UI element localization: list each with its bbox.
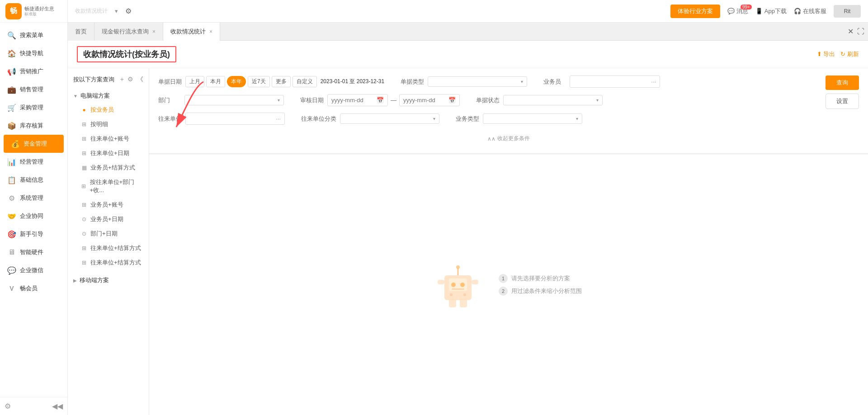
export-btn[interactable]: ⬆ 导出 xyxy=(817,50,835,58)
scheme-item-partner-payment1[interactable]: ⊞ 往来单位+结算方式 xyxy=(68,241,149,255)
empty-tip-1: 1 请先选择要分析的方案 xyxy=(499,274,582,283)
tab-receipt-close[interactable]: × xyxy=(209,28,212,35)
collapse-panel-btn[interactable]: 《 xyxy=(137,75,143,84)
window-maximize-btn[interactable]: ⛶ xyxy=(857,28,864,36)
date-btn-custom[interactable]: 自定义 xyxy=(292,76,317,87)
operations-icon: 📊 xyxy=(7,157,16,166)
sidebar-item-system[interactable]: ⚙ 系统管理 xyxy=(0,189,67,207)
refresh-btn[interactable]: ↻ 刷新 xyxy=(840,50,859,58)
sidebar-item-wechat[interactable]: 💬 企业微信 xyxy=(0,261,67,279)
filter-settings-btn[interactable]: 设置 xyxy=(826,94,859,109)
topbar-dropdown-arrow[interactable]: ▾ xyxy=(115,8,118,14)
inventory-icon: 📦 xyxy=(7,121,16,130)
doctype-dropdown-icon: ▾ xyxy=(521,79,523,84)
scheme-item-partner-dept[interactable]: ⊞ 按往来单位+部门+收... xyxy=(68,175,149,198)
sidebar-item-basic[interactable]: 📋 基础信息 xyxy=(0,171,67,189)
scheme-salesman-date-icon: ⊙ xyxy=(80,216,88,223)
scheme-item-salesman-date[interactable]: ⊙ 业务员+日期 xyxy=(68,212,149,226)
mobile-scheme-group: ▶ 移动端方案 xyxy=(68,272,149,289)
scheme-partner-pay2-icon: ⊞ xyxy=(80,259,88,266)
tab-home[interactable]: 首页 xyxy=(68,23,94,41)
scheme-item-salesman[interactable]: ● 按业务员 xyxy=(68,103,149,117)
panel-header-icons: + ⚙ 《 xyxy=(120,75,143,84)
date-btn-this-year[interactable]: 本年 xyxy=(227,76,246,87)
scheme-item-partner-payment2[interactable]: ⊞ 往来单位+结算方式 xyxy=(68,255,149,270)
collapse-conditions-btn[interactable]: ∧∧ 收起更多条件 xyxy=(158,131,859,146)
tip-2-num: 2 xyxy=(499,287,508,296)
sidebar-item-hardware[interactable]: 🖥 智能硬件 xyxy=(0,243,67,261)
calendar-icon-from[interactable]: 📅 xyxy=(377,97,384,104)
left-panel: 按以下方案查询 + ⚙ 《 ▼ 电脑端方案 ● 按业务员 xyxy=(68,68,149,415)
scheme-dept-date-icon: ⊙ xyxy=(80,230,88,237)
svg-rect-9 xyxy=(449,299,456,307)
topbar-gear-btn[interactable]: ⚙ xyxy=(125,7,132,15)
msg-btn[interactable]: 💬 消息 99+ xyxy=(727,7,748,15)
trial-btn[interactable]: 体验行业方案 xyxy=(670,5,720,18)
scheme-partner-date-icon: ⊞ xyxy=(80,150,88,157)
tip-1-num: 1 xyxy=(499,274,508,283)
scheme-item-partner-date[interactable]: ⊞ 往来单位+日期 xyxy=(68,146,149,160)
guide-icon: 🎯 xyxy=(7,230,16,239)
sidebar-collapse-btn[interactable]: ◀◀ xyxy=(52,402,63,410)
tab-receipt[interactable]: 收款情况统计 × xyxy=(163,23,220,41)
svg-rect-4 xyxy=(452,288,464,290)
salesman-label: 业务员 xyxy=(543,78,566,86)
sidebar-settings-btn[interactable]: ⚙ xyxy=(5,402,11,410)
review-date-label: 审核日期 xyxy=(300,96,324,104)
scheme-partner-pay1-icon: ⊞ xyxy=(80,245,88,252)
sidebar-item-enterprise[interactable]: 🤝 企业协同 xyxy=(0,207,67,225)
app-download-btn[interactable]: 📱 App下载 xyxy=(755,7,787,15)
refresh-icon: ↻ xyxy=(840,51,845,57)
page-title: 收款情况统计(按业务员) xyxy=(77,46,176,62)
scheme-active-icon: ● xyxy=(80,106,88,113)
sidebar-item-marketing[interactable]: 📢 营销推广 xyxy=(0,62,67,80)
purchase-icon: 🛒 xyxy=(7,103,16,112)
desktop-scheme-header[interactable]: ▼ 电脑端方案 xyxy=(68,89,149,103)
filter-biztype-item: 业务类型 ▾ xyxy=(456,113,582,124)
online-service-btn[interactable]: 🎧 在线客服 xyxy=(794,7,826,15)
chevron-down-icon: ▼ xyxy=(73,94,78,99)
sidebar-item-member[interactable]: V 畅会员 xyxy=(0,279,67,297)
date-btn-last-month[interactable]: 上月 xyxy=(185,76,204,87)
filter-row-1: 单据日期 上月 本月 本年 近7天 更多 自定义 2023-01-01 xyxy=(158,75,859,88)
mobile-scheme-header[interactable]: ▶ 移动端方案 xyxy=(68,274,149,287)
scheme-item-salesman-account[interactable]: ⊞ 业务员+账号 xyxy=(68,198,149,212)
sidebar-item-finance[interactable]: 💰 资金管理 xyxy=(4,135,64,153)
chevron-right-icon: ▶ xyxy=(73,278,77,283)
sidebar-item-quicknav[interactable]: 🏠 快捷导航 xyxy=(0,44,67,62)
sidebar-item-guide[interactable]: 🎯 新手引导 xyxy=(0,225,67,243)
date-range-display: 2023-01-01 至 2023-12-31 xyxy=(321,78,384,85)
add-scheme-btn[interactable]: + xyxy=(120,75,124,84)
scheme-item-partner-account[interactable]: ⊞ 往来单位+账号 xyxy=(68,132,149,146)
sidebar-item-inventory[interactable]: 📦 库存核算 xyxy=(0,117,67,135)
tab-bank[interactable]: 现金银行流水查询 × xyxy=(94,23,163,41)
date-btn-this-month[interactable]: 本月 xyxy=(206,76,225,87)
sidebar-item-sales[interactable]: 💼 销售管理 xyxy=(0,80,67,99)
scheme-item-salesman-payment[interactable]: ▦ 业务员+结算方式 xyxy=(68,160,149,175)
scheme-item-dept-date[interactable]: ⊙ 部门+日期 xyxy=(68,226,149,241)
user-avatar[interactable]: Rit xyxy=(834,5,861,18)
sidebar-item-purchase[interactable]: 🛒 采购管理 xyxy=(0,99,67,117)
scheme-settings-btn[interactable]: ⚙ xyxy=(127,75,133,84)
breadcrumb: 收款情况统计 xyxy=(75,7,108,15)
salesman-more-icon[interactable]: ··· xyxy=(651,78,656,85)
dept-dropdown-icon: ▾ xyxy=(278,98,280,103)
tab-bank-close[interactable]: × xyxy=(152,28,156,35)
query-btn[interactable]: 查询 xyxy=(826,75,859,90)
svg-rect-7 xyxy=(438,280,444,284)
window-close-btn[interactable]: ✕ xyxy=(848,27,854,36)
calendar-icon-to[interactable]: 📅 xyxy=(448,97,456,104)
sidebar-item-operations[interactable]: 📊 经营管理 xyxy=(0,153,67,171)
date-btn-more[interactable]: 更多 xyxy=(272,76,291,87)
scheme-item-detail[interactable]: ⊞ 按明细 xyxy=(68,117,149,132)
date-btn-7days[interactable]: 近7天 xyxy=(248,76,270,87)
sidebar-nav: 🔍 搜索菜单 🏠 快捷导航 📢 营销推广 💼 销售管理 🛒 采购管理 📦 xyxy=(0,23,67,397)
tabs-bar: 首页 现金银行流水查询 × 收款情况统计 × ✕ ⛶ xyxy=(68,23,868,41)
msg-badge: 99+ xyxy=(741,5,752,9)
partner-more-icon[interactable]: ··· xyxy=(276,115,281,122)
sidebar-item-search[interactable]: 🔍 搜索菜单 xyxy=(0,26,67,44)
collapse-icon: ∧∧ xyxy=(487,136,495,142)
review-date-from[interactable] xyxy=(331,97,377,104)
export-icon: ⬆ xyxy=(817,51,822,57)
review-date-to[interactable] xyxy=(403,97,448,104)
